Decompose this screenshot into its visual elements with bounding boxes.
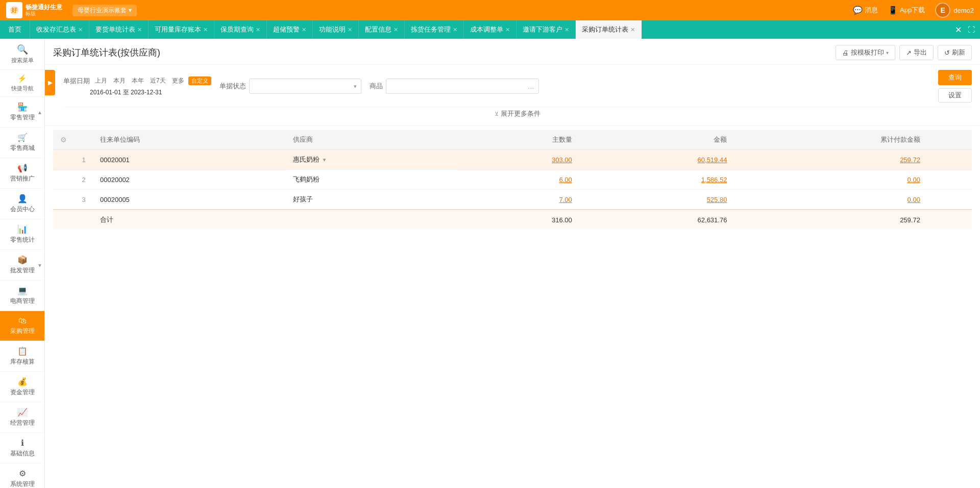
row3-amount[interactable]: 525.80 (578, 190, 733, 210)
tab-goods-close[interactable]: ✕ (137, 27, 142, 33)
refresh-icon: ↺ (944, 49, 950, 57)
col-amount-label: 金额 (714, 136, 727, 143)
row1-main-qty[interactable]: 303.00 (457, 150, 578, 170)
date-range-display: 2016-01-01 至 2023-12-31 (63, 88, 162, 97)
tab-function-desc-label: 功能说明 (319, 25, 346, 34)
query-btn[interactable]: 查询 (938, 70, 972, 85)
finance-label: 资金管理 (10, 388, 35, 397)
status-select[interactable]: ▾ (249, 79, 361, 94)
tab-home[interactable]: 首页 (0, 20, 30, 39)
sidebar-item-marketing[interactable]: 📢 营销推广 (0, 158, 44, 189)
sidebar-item-member-center[interactable]: 👤 会员中心 (0, 189, 44, 219)
row1-paid-amount[interactable]: 259.72 (733, 150, 926, 170)
quick-nav-icon: ⚡ (17, 74, 27, 83)
sidebar-collapse-btn[interactable]: ▶ (45, 70, 55, 95)
tab-receive-close[interactable]: ✕ (78, 27, 83, 33)
search-menu-btn[interactable]: 🔍 搜索菜单 (0, 39, 44, 70)
row1-amount[interactable]: 60,519.44 (578, 150, 733, 170)
tab-overstock[interactable]: 超储预警 ✕ (267, 20, 313, 39)
footer-main-qty-value: 316.00 (552, 216, 572, 224)
footer-total-label: 合计 (100, 216, 113, 223)
row1-expand-icon[interactable]: ▼ (322, 157, 327, 163)
custom-badge[interactable]: 自定义 (188, 76, 211, 85)
tab-fullscreen-btn[interactable]: ⛶ (968, 25, 975, 34)
retail-mgmt-icon: 🏪 (17, 102, 28, 112)
row2-amount[interactable]: 1,586.52 (578, 170, 733, 190)
export-btn[interactable]: ↗ 导出 (899, 45, 934, 60)
row1-settings (53, 150, 74, 170)
row3-main-qty[interactable]: 7.00 (457, 190, 578, 210)
table-row: 3 00020005 好孩子 7.00 525.80 0.00 (53, 190, 972, 210)
date-shortcuts: 上月 本月 本年 近7天 更多 自定义 (93, 75, 211, 86)
tab-invite-close[interactable]: ✕ (565, 27, 569, 33)
tab-purchase-summary[interactable]: 采购订单统计表 ✕ (576, 20, 642, 39)
tab-goods-summary[interactable]: 要货单统计表 ✕ (89, 20, 149, 39)
sidebar-item-operations[interactable]: 📈 经营管理 (0, 402, 44, 433)
retail-stats-label: 零售统计 (10, 236, 35, 244)
tab-expiry-label: 保质期查询 (220, 25, 254, 34)
expand-more-btn[interactable]: ⊻ 展开更多条件 (495, 109, 541, 118)
tab-cost-adjust[interactable]: 成本调整单 ✕ (464, 20, 517, 39)
sidebar-item-system-mgmt[interactable]: ⚙ 系统管理 (0, 464, 44, 488)
template-print-chevron: ▾ (886, 50, 889, 56)
refresh-btn[interactable]: ↺ 刷新 (938, 45, 972, 60)
goods-input[interactable]: … (386, 79, 539, 94)
shortcut-this-year[interactable]: 本年 (130, 75, 146, 86)
tab-picking-close[interactable]: ✕ (453, 27, 457, 33)
tab-expiry[interactable]: 保质期查询 ✕ (214, 20, 267, 39)
settings-btn[interactable]: 设置 (938, 88, 972, 102)
sidebar-item-retail-store[interactable]: 🛒 零售商城 (0, 127, 44, 158)
row3-supplier-name: 好孩子 (287, 190, 457, 210)
sidebar-item-retail-mgmt[interactable]: 🏪 零售管理 ▲ (0, 97, 44, 127)
tab-function-desc[interactable]: 功能说明 ✕ (313, 20, 359, 39)
row2-main-qty[interactable]: 6.00 (457, 170, 578, 190)
message-label: 消息 (865, 6, 878, 15)
workspace-selector[interactable]: 母婴行业演示账套 ▾ (72, 5, 137, 16)
inventory-icon: 📋 (17, 346, 28, 356)
quick-nav-label: 快捷导航 (11, 85, 34, 92)
tab-overstock-close[interactable]: ✕ (302, 27, 306, 33)
shortcut-this-month[interactable]: 本月 (111, 75, 128, 86)
tab-goods-summary-label: 要货单统计表 (95, 25, 135, 34)
message-btn[interactable]: 💬 消息 (853, 6, 878, 15)
footer-label: 合计 (94, 210, 287, 229)
tab-stock-ledger[interactable]: 可用量库存账本 ✕ (149, 20, 214, 39)
tab-config-close[interactable]: ✕ (394, 27, 398, 33)
main-content: 采购订单统计表(按供应商) 🖨 按模板打印 ▾ ↗ 导出 ↺ 刷新 ▶ (45, 39, 980, 488)
user-area[interactable]: E demo2 (935, 3, 974, 18)
col-settings-header[interactable]: ⚙ (53, 130, 74, 150)
sidebar-item-retail-stats[interactable]: 📊 零售统计 (0, 219, 44, 250)
tab-config[interactable]: 配置信息 ✕ (359, 20, 405, 39)
tab-invite[interactable]: 邀请下游客户 ✕ (517, 20, 576, 39)
shortcut-7days[interactable]: 近7天 (148, 75, 168, 86)
date-filter-block: 单据日期 上月 本月 本年 近7天 更多 自定义 2016-01-0 (63, 75, 211, 97)
app-download-btn[interactable]: 📱 App下载 (888, 6, 925, 15)
search-icon: 🔍 (17, 44, 28, 55)
template-print-btn[interactable]: 🖨 按模板打印 ▾ (836, 45, 895, 60)
tab-picking[interactable]: 拣货任务管理 ✕ (405, 20, 464, 39)
page-actions: 🖨 按模板打印 ▾ ↗ 导出 ↺ 刷新 (836, 45, 972, 60)
username: demo2 (953, 7, 974, 14)
sidebar-item-basic-info[interactable]: ℹ 基础信息 (0, 433, 44, 464)
sidebar-item-finance[interactable]: 💰 资金管理 (0, 372, 44, 402)
filter-area: ▶ 单据日期 上月 本月 本年 近7天 更多 (45, 65, 980, 126)
system-mgmt-icon: ⚙ (19, 469, 26, 478)
marketing-icon: 📢 (17, 163, 28, 173)
row3-paid-amount[interactable]: 0.00 (733, 190, 926, 210)
sidebar-item-ecommerce[interactable]: 💻 电商管理 (0, 280, 44, 311)
tab-close-all-btn[interactable]: ✕ (955, 25, 962, 35)
sidebar-item-inventory[interactable]: 📋 库存核算 (0, 341, 44, 372)
shortcut-more[interactable]: 更多 (170, 75, 186, 86)
tab-cost-adjust-close[interactable]: ✕ (505, 27, 510, 33)
shortcut-last-month[interactable]: 上月 (93, 75, 109, 86)
tab-expiry-close[interactable]: ✕ (256, 27, 260, 33)
tab-function-desc-close[interactable]: ✕ (348, 27, 352, 33)
row2-paid-amount[interactable]: 0.00 (733, 170, 926, 190)
row2-no: 2 (74, 170, 94, 190)
tab-receive-summary[interactable]: 收发存汇总表 ✕ (30, 20, 89, 39)
quick-nav-btn[interactable]: ⚡ 快捷导航 (0, 70, 44, 97)
sidebar-item-purchase-mgmt[interactable]: 🛍 采购管理 (0, 311, 44, 341)
tab-purchase-summary-close[interactable]: ✕ (630, 27, 635, 33)
sidebar-item-wholesale[interactable]: 📦 批发管理 ▼ (0, 250, 44, 280)
tab-stock-ledger-close[interactable]: ✕ (203, 27, 208, 33)
